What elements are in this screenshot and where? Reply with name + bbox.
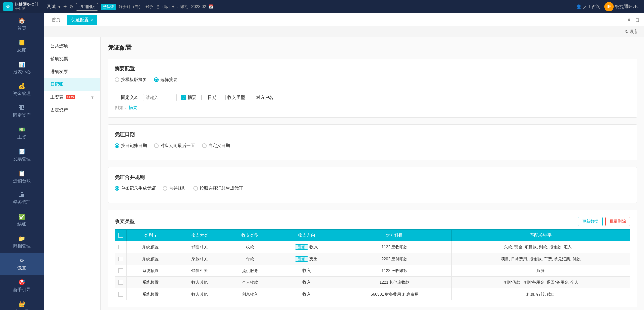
td-checkbox[interactable] xyxy=(115,241,127,253)
company-name: 测试 xyxy=(47,4,56,10)
radio-custom-date[interactable]: 自定义日期 xyxy=(202,143,230,149)
td-type: 收款 xyxy=(225,241,275,253)
sidebar-item-label: 畅会员 xyxy=(15,309,29,310)
sidebar-item-member[interactable]: 👑 畅会员 xyxy=(0,297,44,310)
sidebar-item-label: 固定资产 xyxy=(13,112,31,118)
calendar-icon[interactable]: 📅 xyxy=(209,4,214,9)
add-button[interactable]: + xyxy=(63,4,67,10)
fixed-text-input[interactable] xyxy=(143,94,177,101)
ledger-icon: 📒 xyxy=(18,39,25,46)
sidebar-item-tax[interactable]: 🏛 税务管理 xyxy=(0,188,44,209)
sidebar-item-settings[interactable]: ⚙ 设置 xyxy=(0,253,44,275)
top-tag: 置顶 xyxy=(295,256,308,262)
sidebar-item-reports[interactable]: 📊 报表中心 xyxy=(0,57,44,79)
direction-text: 收入 xyxy=(309,244,318,249)
sidebar-item-ledger[interactable]: 📒 总账 xyxy=(0,35,44,57)
td-direction: 收入 xyxy=(275,288,338,300)
sidebar-item-guide[interactable]: 🎯 新手引导 xyxy=(0,275,44,297)
sidebar-item-assets[interactable]: 🏗 固定资产 xyxy=(0,101,44,122)
sort-icon[interactable]: ▾ xyxy=(154,233,157,238)
sidebar-item-label: 发票管理 xyxy=(13,156,31,162)
radio-select-summary[interactable]: 选择摘要 xyxy=(154,77,178,83)
app-edition: 专业版 xyxy=(15,7,39,11)
checkbox-counterparty[interactable]: 对方户名 xyxy=(250,94,273,101)
td-checkbox[interactable] xyxy=(115,288,127,300)
page-title: 凭证配置 xyxy=(108,44,637,52)
sidebar-item-home[interactable]: 🏠 首页 xyxy=(0,13,44,35)
sidebar-item-invoice[interactable]: 🧾 发票管理 xyxy=(0,144,44,166)
left-nav-item-fixed-assets[interactable]: 固定资产 xyxy=(44,104,100,116)
left-nav-item-journal[interactable]: 日记账 xyxy=(44,78,100,91)
td-checkbox[interactable] xyxy=(115,277,127,288)
sidebar-item-label: 总账 xyxy=(17,47,26,53)
left-nav-label: 日记账 xyxy=(50,81,63,87)
left-nav-item-input-invoice[interactable]: 进项发票 xyxy=(44,65,100,78)
left-nav-item-public[interactable]: 公共选项 xyxy=(44,40,100,52)
radio-journal-date[interactable]: 按日记账日期 xyxy=(115,143,147,149)
checkbox-label: 对方户名 xyxy=(256,94,273,101)
refresh-button[interactable]: ↻ 刷新 xyxy=(625,29,639,35)
update-data-button[interactable]: 更新数据 xyxy=(578,217,603,226)
th-type: 收支类型 xyxy=(225,230,275,241)
radio-circle-checked xyxy=(115,143,119,148)
checkbox-fixed-text[interactable]: 固定文本 xyxy=(115,94,138,101)
tax-icon: 🏛 xyxy=(19,192,25,198)
left-nav-label: 公共选项 xyxy=(50,43,68,49)
checkbox-income-type[interactable]: 收支类型 xyxy=(221,94,245,101)
radio-dot xyxy=(116,145,118,147)
radio-label: 自定义日期 xyxy=(208,143,230,149)
radio-period-last-day[interactable]: 对应期间最后一天 xyxy=(154,143,195,149)
sidebar-item-archive[interactable]: 📁 归档管理 xyxy=(0,231,44,253)
accounting-meta2: +好生意（标）+... xyxy=(145,4,178,10)
radio-merge-rule[interactable]: 合并规则 xyxy=(163,185,186,191)
user-area[interactable]: 旺 畅捷通旺旺... xyxy=(604,2,641,11)
support-button[interactable]: 👤 人工咨询 xyxy=(576,4,600,10)
td-keywords: 收到*借款, 收到*备用金, 退回*备用金, 个人 xyxy=(451,277,630,288)
settings-icon[interactable]: ⚙ xyxy=(69,4,73,9)
left-nav-item-payroll-sheet[interactable]: 工资表 NEW ▾ xyxy=(44,91,100,104)
row-checkbox[interactable] xyxy=(118,245,123,249)
direction-text: 收入 xyxy=(302,268,311,273)
radio-aggregate[interactable]: 按照选择汇总生成凭证 xyxy=(193,185,243,191)
td-checkbox[interactable] xyxy=(115,253,127,265)
radio-label: 按照选择汇总生成凭证 xyxy=(200,185,243,191)
topbar-right: 👤 人工咨询 旺 畅捷通旺旺... xyxy=(576,2,641,11)
td-checkbox[interactable] xyxy=(115,265,127,277)
sidebar-item-funds[interactable]: 💰 资金管理 xyxy=(0,79,44,101)
main-panel: 凭证配置 摘要配置 按模板版摘要 选择摘要 xyxy=(101,37,644,310)
tab-home[interactable]: 首页 xyxy=(47,15,65,25)
main-container: 🏠 首页 📒 总账 📊 报表中心 💰 资金管理 🏗 固定资产 💵 工资 🧾 发票… xyxy=(0,13,644,310)
company-dropdown[interactable]: ▾ xyxy=(58,4,61,9)
select-all-checkbox[interactable] xyxy=(118,233,123,238)
row-checkbox[interactable] xyxy=(118,268,123,273)
th-direction: 收支方向 xyxy=(275,230,338,241)
checkbox-summary[interactable]: ✓ 摘要 xyxy=(181,94,197,101)
radio-template-summary[interactable]: 按模板版摘要 xyxy=(115,77,147,83)
sidebar-item-sales[interactable]: 📋 进销台账 xyxy=(0,166,44,188)
batch-delete-button[interactable]: 批量删除 xyxy=(605,217,630,226)
left-nav-item-output-invoice[interactable]: 销项发票 xyxy=(44,52,100,65)
switch-version-button[interactable]: 切到旧版 xyxy=(76,3,98,11)
row-checkbox[interactable] xyxy=(118,280,123,285)
th-checkbox[interactable] xyxy=(115,230,127,241)
td-category: 系统预置 xyxy=(127,277,174,288)
sidebar-item-closing[interactable]: ✅ 结账 xyxy=(0,209,44,231)
row-checkbox[interactable] xyxy=(118,257,123,261)
radio-single-record[interactable]: 单条记录生成凭证 xyxy=(115,185,156,191)
close-window-icon[interactable]: × xyxy=(625,17,632,23)
sidebar: 🏠 首页 📒 总账 📊 报表中心 💰 资金管理 🏗 固定资产 💵 工资 🧾 发票… xyxy=(0,13,44,310)
expand-icon[interactable]: ▾ xyxy=(91,95,94,100)
td-keywords: 服务 xyxy=(451,265,630,277)
period-value: 2023-02 xyxy=(191,4,206,9)
radio-label: 选择摘要 xyxy=(160,77,178,83)
tab-close-icon[interactable]: × xyxy=(91,18,93,22)
tab-voucher-config[interactable]: 凭证配置 × xyxy=(67,15,97,25)
sidebar-item-label: 工资 xyxy=(17,134,26,140)
sidebar-item-label: 首页 xyxy=(17,25,26,31)
row-checkbox[interactable] xyxy=(118,292,123,297)
radio-dot xyxy=(155,79,158,81)
checkbox-date[interactable]: 日期 xyxy=(201,94,216,101)
fullscreen-icon[interactable]: □ xyxy=(634,17,641,23)
checkmark: ✓ xyxy=(182,96,185,100)
sidebar-item-payroll[interactable]: 💵 工资 xyxy=(0,122,44,144)
